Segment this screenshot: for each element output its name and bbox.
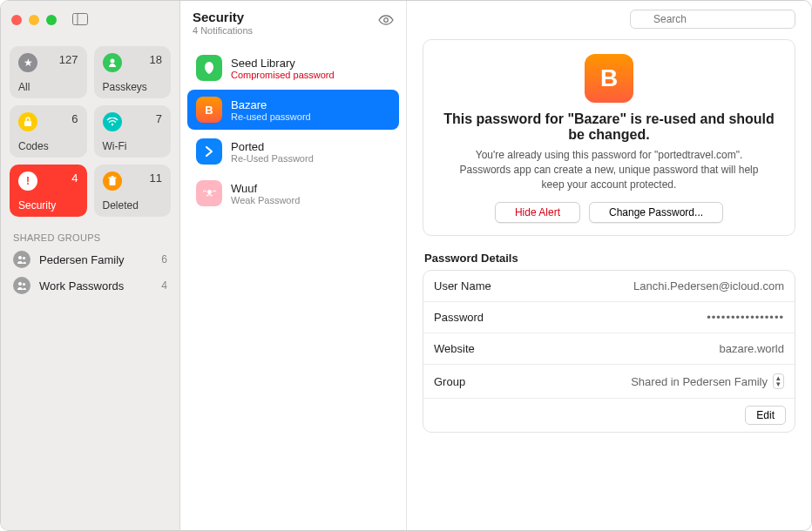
detail-row-group[interactable]: Group Shared in Pedersen Family ▴▾: [423, 365, 795, 399]
app-icon-ported: [196, 138, 222, 165]
tile-label: Deleted: [103, 199, 139, 212]
tile-codes[interactable]: 6 Codes: [10, 105, 87, 158]
item-name: Bazare: [231, 98, 311, 111]
person-key-icon: [103, 53, 122, 72]
svg-rect-0: [73, 13, 88, 24]
detail-row-username[interactable]: User Name Lanchi.Pedersen@icloud.com: [423, 271, 795, 302]
notifications-list-pane: Security 4 Notifications Seed Library Co…: [180, 1, 407, 530]
tile-count: 11: [150, 171, 162, 185]
search-input[interactable]: [630, 10, 795, 29]
category-tiles: ★ 127 All 18 Passkeys 6 Codes: [1, 39, 179, 227]
item-name: Seed Library: [231, 57, 335, 70]
svg-point-2: [110, 59, 114, 64]
minimize-window-button[interactable]: [29, 15, 39, 25]
tile-count: 7: [156, 112, 162, 125]
group-count: 4: [161, 279, 167, 292]
alert-icon: !: [18, 171, 37, 191]
tile-all[interactable]: ★ 127 All: [10, 46, 87, 98]
list-item[interactable]: Ported Re-Used Password: [187, 131, 399, 171]
app-icon-seed-library: [196, 55, 222, 81]
app-icon-bazare-large: B: [585, 54, 633, 103]
lock-icon: [18, 112, 37, 131]
zoom-window-button[interactable]: [46, 15, 57, 25]
detail-label: Website: [434, 342, 475, 355]
svg-rect-6: [108, 178, 116, 179]
tile-label: Passkeys: [103, 81, 147, 93]
group-select-value: Shared in Pedersen Family: [631, 375, 768, 388]
tile-wifi[interactable]: 7 Wi-Fi: [94, 105, 172, 158]
detail-value: bazare.world: [720, 342, 784, 355]
detail-value: Shared in Pedersen Family ▴▾: [631, 373, 784, 389]
list-header: Security 4 Notifications: [180, 1, 406, 43]
svg-rect-5: [109, 178, 115, 185]
tile-deleted[interactable]: 11 Deleted: [94, 165, 172, 217]
group-icon: [13, 251, 30, 268]
list-subtitle: 4 Notifications: [193, 25, 378, 36]
detail-value: Lanchi.Pedersen@icloud.com: [633, 279, 784, 292]
tile-label: Codes: [18, 140, 49, 152]
svg-point-9: [23, 257, 25, 259]
detail-label: User Name: [434, 279, 491, 292]
sidebar-toggle-icon[interactable]: [72, 13, 88, 28]
close-window-button[interactable]: [11, 15, 22, 25]
passwords-window: ★ 127 All 18 Passkeys 6 Codes: [0, 0, 812, 531]
tile-count: 127: [59, 53, 78, 66]
sidebar: ★ 127 All 18 Passkeys 6 Codes: [1, 1, 180, 530]
tile-count: 18: [150, 53, 162, 66]
group-work-passwords[interactable]: Work Passwords 4: [1, 272, 179, 299]
item-name: Wuuf: [231, 182, 300, 195]
password-details-table: User Name Lanchi.Pedersen@icloud.com Pas…: [423, 270, 795, 433]
item-status: Re-Used Password: [231, 153, 314, 164]
star-icon: ★: [18, 53, 37, 72]
svg-point-4: [111, 124, 112, 125]
svg-point-11: [23, 283, 25, 286]
detail-row-website[interactable]: Website bazare.world: [423, 333, 795, 365]
alert-title: This password for "Bazare" is re-used an…: [439, 111, 779, 143]
tile-security[interactable]: ! 4 Security: [10, 165, 87, 217]
svg-rect-3: [24, 121, 31, 126]
app-icon-bazare: B: [196, 97, 222, 123]
item-name: Ported: [231, 140, 314, 153]
alert-body: You're already using this password for "…: [439, 148, 779, 192]
tile-count: 6: [71, 112, 78, 125]
detail-row-password[interactable]: Password ••••••••••••••••: [423, 302, 795, 333]
window-controls: [11, 15, 57, 25]
item-status: Compromised password: [231, 70, 335, 80]
group-name: Pedersen Family: [39, 253, 125, 266]
security-alert-card: B This password for "Bazare" is re-used …: [423, 39, 795, 236]
list-item[interactable]: ᵔᴥᵔ Wuuf Weak Password: [187, 173, 399, 213]
wifi-icon: [103, 112, 122, 131]
svg-point-12: [384, 18, 389, 23]
notifications-list: Seed Library Compromised password B Baza…: [180, 43, 406, 220]
group-name: Work Passwords: [39, 279, 124, 292]
svg-rect-7: [111, 176, 113, 178]
tile-count: 4: [71, 171, 78, 185]
change-password-button[interactable]: Change Password...: [589, 202, 723, 223]
item-status: Re-used password: [231, 111, 311, 122]
group-pedersen-family[interactable]: Pedersen Family 6: [1, 246, 179, 272]
dropdown-chevrons-icon[interactable]: ▴▾: [773, 373, 784, 389]
tile-passkeys[interactable]: 18 Passkeys: [94, 46, 172, 98]
search-wrap: [423, 10, 795, 29]
detail-label: Password: [434, 311, 484, 324]
list-item[interactable]: B Bazare Re-used password: [187, 90, 399, 130]
password-details-title: Password Details: [424, 252, 795, 265]
hide-alert-button[interactable]: Hide Alert: [495, 202, 580, 223]
tile-label: All: [18, 81, 30, 93]
group-count: 6: [161, 253, 167, 266]
trash-icon: [103, 171, 122, 191]
tile-label: Security: [18, 199, 56, 212]
app-icon-wuuf: ᵔᴥᵔ: [196, 180, 222, 206]
shared-groups-header: Shared Groups: [1, 227, 179, 246]
list-item[interactable]: Seed Library Compromised password: [187, 48, 399, 88]
svg-point-8: [18, 256, 22, 259]
detail-row-edit: Edit: [423, 399, 795, 432]
item-status: Weak Password: [231, 195, 300, 205]
reveal-passwords-icon[interactable]: [378, 10, 394, 28]
edit-button[interactable]: Edit: [745, 406, 786, 425]
detail-value: ••••••••••••••••: [707, 311, 784, 324]
detail-label: Group: [434, 375, 465, 388]
list-title: Security: [193, 10, 378, 24]
svg-point-10: [18, 282, 22, 286]
tile-label: Wi-Fi: [103, 140, 127, 152]
